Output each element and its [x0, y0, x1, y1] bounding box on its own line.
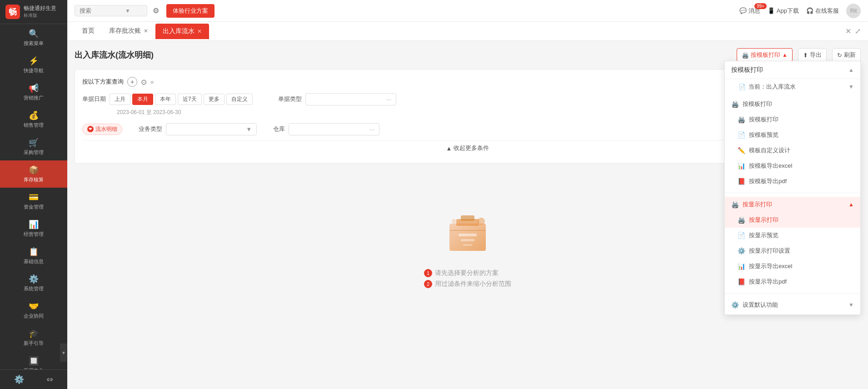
page-title: 出入库流水(流水明细): [75, 50, 154, 60]
message-badge: 99+: [754, 3, 767, 9]
search-add-btn[interactable]: +: [127, 77, 137, 87]
display-section-label: 按显示打印: [743, 200, 772, 209]
defaults-section-header[interactable]: ⚙️ 设置默认功能 ▼: [725, 297, 860, 313]
biz-type-selector[interactable]: ▼: [166, 123, 257, 135]
display-export-excel-item[interactable]: 📊 按显示导出excel: [725, 259, 860, 274]
display-section-chevron-icon: ▲: [848, 201, 854, 208]
display-excel-icon: 📊: [738, 263, 745, 270]
search-collapse-icon[interactable]: «: [150, 78, 154, 85]
date-filters: 上月 本月 本年 近7天 更多 自定义: [110, 94, 253, 105]
sidebar-item-inventory[interactable]: 📦 库存核算: [0, 160, 67, 188]
doc-type-field: 单据类型 ···: [278, 93, 396, 105]
sidebar-item-purchase[interactable]: 🛒 采购管理: [0, 133, 67, 160]
display-print-settings-item[interactable]: ⚙️ 按显示打印设置: [725, 243, 860, 259]
filter-tag-label: 流水明细: [95, 125, 117, 133]
trial-btn[interactable]: 体验行业方案: [166, 4, 215, 18]
date-btn-this-month[interactable]: 本月: [132, 94, 153, 105]
export-btn[interactable]: ⬆ 导出: [798, 48, 827, 62]
dropdown-current-chevron-icon: ▼: [848, 84, 854, 90]
user-avatar[interactable]: Rit: [846, 4, 861, 18]
template-preview-item[interactable]: 📄 按模板预览: [725, 127, 860, 143]
tab-flow[interactable]: 出入库流水 ✕: [155, 24, 209, 39]
biz-type-field: 业务类型 ▼: [139, 123, 257, 135]
display-section-header[interactable]: 🖨️ 按显示打印 ▲: [725, 197, 860, 212]
display-print-item[interactable]: 🖨️ 按显示打印: [725, 212, 860, 228]
warehouse-selector[interactable]: ···: [289, 123, 379, 135]
template-print-item[interactable]: 🖨️ 按模板打印: [725, 112, 860, 127]
filter-tag[interactable]: ❤ 流水明细: [82, 124, 122, 135]
refresh-icon: ↻: [837, 52, 842, 59]
tab-home[interactable]: 首页: [75, 23, 102, 40]
date-btn-this-year[interactable]: 本年: [155, 94, 176, 105]
tab-flow-close-icon[interactable]: ✕: [197, 28, 202, 35]
sidebar-item-finance[interactable]: 💳 资金管理: [0, 188, 67, 215]
collapse-icon: ▲: [446, 145, 452, 152]
topbar-left: ▼ ⚙ 体验行业方案: [75, 4, 739, 18]
display-export-pdf-item[interactable]: 📕 按显示导出pdf: [725, 274, 860, 289]
search-chevron-icon[interactable]: ▼: [125, 8, 130, 14]
refresh-btn[interactable]: ↻ 刷新: [832, 48, 861, 62]
step-2-num: 2: [424, 280, 432, 288]
sidebar-item-sales[interactable]: 💰 销售管理: [0, 106, 67, 133]
search-filter-icon[interactable]: ⊙: [141, 78, 147, 86]
settings-bottom-icon[interactable]: ⚙️: [14, 374, 24, 384]
date-btn-last-month[interactable]: 上月: [110, 94, 130, 105]
template-section-label: 按模板打印: [743, 100, 772, 108]
tab-batch[interactable]: 库存批次账 ✕: [102, 23, 155, 40]
display-print-icon: 🖨️: [738, 216, 745, 224]
collapse-toggle-icon[interactable]: ⇔: [46, 374, 53, 384]
svg-rect-0: [449, 224, 486, 251]
display-preview-item[interactable]: 📄 按显示预览: [725, 228, 860, 243]
topbar-search-box[interactable]: ▼: [75, 5, 147, 16]
tab-batch-close-icon[interactable]: ✕: [144, 28, 148, 34]
window-close-icon[interactable]: ✕: [845, 27, 851, 35]
sidebar-item-operations[interactable]: 📊 经营管理: [0, 215, 67, 242]
sidebar-item-quick-nav[interactable]: ⚡ 快捷导航: [0, 51, 67, 79]
window-maximize-icon[interactable]: ⤢: [855, 27, 861, 35]
template-section-header[interactable]: 🖨️ 按模板打印: [725, 96, 860, 112]
topbar-gear-icon[interactable]: ⚙: [153, 6, 159, 15]
dropdown-section-defaults: ⚙️ 设置默认功能 ▼: [725, 295, 860, 314]
date-btn-last7[interactable]: 近7天: [178, 94, 202, 105]
tab-batch-label: 库存批次账: [109, 27, 141, 35]
sidebar-item-search[interactable]: 🔍 搜索菜单: [0, 24, 67, 51]
sales-icon: 💰: [29, 110, 39, 120]
page-header: 出入库流水(流水明细) 🖨️ 按模板打印 ▲ ⬆ 导出 ↻ 刷新: [75, 48, 861, 62]
sidebar-item-guide[interactable]: 🎓 新手引导: [0, 324, 67, 351]
print-chevron-icon: ▲: [782, 52, 788, 58]
dropdown-chevron-up-icon[interactable]: ▲: [848, 67, 854, 73]
svg-point-7: [478, 218, 485, 225]
doc-type-selector[interactable]: ···: [305, 93, 396, 105]
system-icon: ⚙️: [29, 274, 39, 284]
messages-btn[interactable]: 💬 消息 99+: [739, 7, 760, 15]
step-1-num: 1: [424, 269, 432, 277]
topbar-right: 💬 消息 99+ 📱 App下载 🎧 在线客服 Rit: [739, 4, 861, 18]
dropdown-panel: 按模板打印 ▲ 📄 当前：出入库流水 ▼ 🖨️ 按模板打印 🖨️ 按模板打印: [724, 61, 861, 315]
template-export-excel-item[interactable]: 📊 按模板导出excel: [725, 158, 860, 174]
date-btn-custom[interactable]: 自定义: [226, 94, 253, 105]
date-btn-more[interactable]: 更多: [204, 94, 224, 105]
dropdown-current-icon: 📄: [738, 84, 746, 90]
sidebar-item-corp[interactable]: 🤝 企业协同: [0, 297, 67, 324]
template-pdf-icon: 📕: [738, 178, 745, 185]
template-custom-item[interactable]: ✏️ 模板自定义设计: [725, 143, 860, 158]
main-area: ▼ ⚙ 体验行业方案 💬 消息 99+ 📱 App下载 🎧 在线客服 Rit: [67, 0, 868, 389]
sidebar-logo: 畅 畅捷通好生意 标准版: [0, 0, 67, 24]
sidebar-item-basics[interactable]: 📋 基础信息: [0, 242, 67, 269]
search-input[interactable]: [80, 7, 125, 14]
sidebar-scroll-down[interactable]: ▼: [60, 344, 67, 362]
date-label: 单据日期: [82, 95, 106, 103]
dropdown-section-template: 🖨️ 按模板打印 🖨️ 按模板打印 📄 按模板预览 ✏️ 模板自定义设计 📊: [725, 95, 860, 191]
sidebar-item-app-center[interactable]: 🔲 应用中心: [0, 351, 67, 369]
app-download-btn[interactable]: 📱 App下载: [768, 7, 799, 15]
online-service-btn[interactable]: 🎧 在线客服: [806, 7, 839, 15]
display-preview-icon: 📄: [738, 232, 745, 239]
sidebar-item-marketing[interactable]: 📢 营销推广: [0, 79, 67, 106]
empty-step-2: 2 用过滤条件来缩小分析范围: [424, 280, 511, 288]
template-preview-icon: 📄: [738, 131, 745, 139]
dropdown-current[interactable]: 📄 当前：出入库流水 ▼: [725, 79, 860, 95]
template-export-pdf-item[interactable]: 📕 按模板导出pdf: [725, 174, 860, 189]
print-template-btn[interactable]: 🖨️ 按模板打印 ▲: [737, 48, 793, 62]
sidebar-item-system[interactable]: ⚙️ 系统管理: [0, 269, 67, 297]
empty-step-1: 1 请先选择要分析的方案: [424, 269, 511, 277]
